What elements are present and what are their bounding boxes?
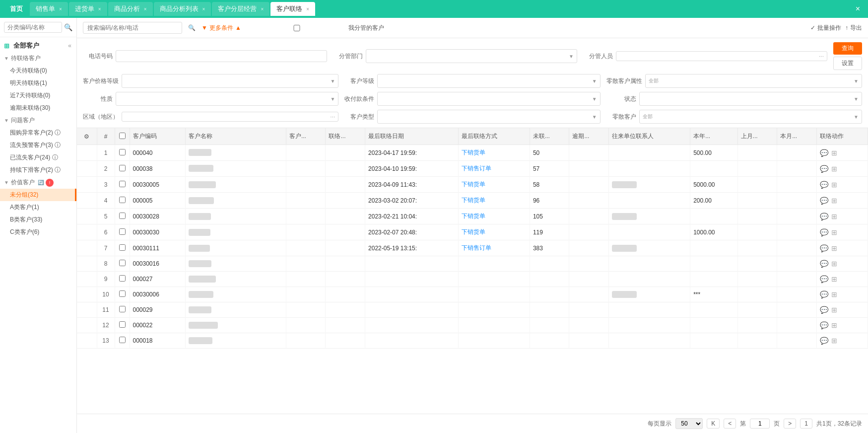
filter-customer-grade-select[interactable]: ▼ [377,74,600,88]
sidebar-item-class-c[interactable]: C类客户(6) [0,226,76,238]
more-action-icon[interactable]: ⊞ [831,197,837,205]
not-contact-column-header[interactable]: 未联... [530,128,569,145]
next-page-button[interactable]: > [784,419,796,429]
search-button[interactable]: 查询 [833,42,862,55]
sidebar-item-class-a[interactable]: A类客户(1) [0,201,76,214]
more-action-icon[interactable]: ⊞ [831,213,837,220]
close-icon[interactable]: × [306,6,309,12]
filter-payment-select[interactable]: ▼ [377,92,600,106]
last-page-button[interactable]: 1 [800,419,812,429]
checkbox-cell[interactable] [115,145,130,161]
checkbox-cell[interactable] [115,224,130,240]
reset-button[interactable]: 设置 [833,57,862,70]
more-action-icon[interactable]: ⊞ [831,290,837,298]
filter-dept-select[interactable]: ▼ [366,49,577,63]
checkbox-cell[interactable] [115,161,130,177]
gear-icon[interactable]: ⚙ [84,133,89,140]
sidebar-item-churn-warning[interactable]: 流失预警客户(3) ⓘ [0,139,76,151]
contact-action-icon[interactable]: 💬 [820,228,828,236]
sidebar-item-hoarding-anomaly[interactable]: 囤购异常客户(2) ⓘ [0,127,76,139]
export-button[interactable]: ↑ 导出 [845,24,862,32]
sidebar-item-7day-pending[interactable]: 近7天待联络(0) [0,89,76,102]
my-customers-checkbox[interactable]: 我分管的客户 [247,24,384,32]
tab-customer-tier[interactable]: 客户分层经营 × [212,2,269,16]
more-action-icon[interactable]: ⊞ [831,228,837,236]
row-checkbox[interactable] [119,165,126,171]
first-page-button[interactable]: K [707,419,720,429]
row-checkbox[interactable] [119,197,126,203]
checkbox-cell[interactable] [115,272,130,287]
more-action-icon[interactable]: ⊞ [831,337,837,345]
search-icon[interactable]: 🔍 [188,24,196,31]
row-checkbox[interactable] [119,306,126,312]
close-icon[interactable]: × [261,6,264,12]
tab-purchase[interactable]: 进货单 × [69,2,107,16]
row-checkbox[interactable] [119,149,126,155]
year-amount-column-header[interactable]: 本年... [690,128,737,145]
last-method-link[interactable]: 下销货单 [462,181,485,188]
all-customers-header[interactable]: ⊞ 全部客户 « [0,37,76,52]
row-checkbox[interactable] [119,321,126,328]
sidebar-item-class-b[interactable]: B类客户(33) [0,214,76,226]
sidebar-group-pending[interactable]: ▼ 待联络客户 [0,52,76,65]
checkbox-cell[interactable] [115,333,130,349]
prev-page-button[interactable]: < [724,419,736,429]
contact-action-icon[interactable]: 💬 [820,306,828,314]
batch-ops-button[interactable]: ✓ 批量操作 [810,24,841,32]
contact-action-icon[interactable]: 💬 [820,337,828,345]
contact-action-icon[interactable]: 💬 [820,197,828,205]
checkbox-column-header[interactable] [115,128,130,145]
filter-region-input[interactable]: ··· [122,112,338,122]
search-icon[interactable]: 🔍 [64,23,72,31]
page-number-input[interactable] [750,419,770,429]
contact-action-icon[interactable]: 💬 [820,275,828,283]
close-icon[interactable]: × [202,6,205,12]
contact-action-icon[interactable]: 💬 [820,244,828,252]
tab-product-list[interactable]: 商品分析列表 × [154,2,211,16]
last-method-link[interactable]: 下销货单 [462,213,485,219]
checkbox-cell[interactable] [115,240,130,256]
sidebar-item-tomorrow-pending[interactable]: 明天待联络(1) [0,77,76,89]
category-search-input[interactable] [4,22,62,33]
row-checkbox[interactable] [119,260,126,266]
filter-phone-input[interactable] [116,50,327,62]
type-column-header[interactable]: 客户... [286,128,326,145]
more-action-icon[interactable]: ⊞ [831,149,837,157]
contact-column-header[interactable]: 联络... [326,128,365,145]
more-action-icon[interactable]: ⊞ [831,244,837,252]
my-customers-check[interactable] [247,25,346,31]
row-checkbox[interactable] [119,213,126,219]
name-column-header[interactable]: 客户名称 [185,128,286,145]
more-action-icon[interactable]: ⊞ [831,275,837,283]
more-action-icon[interactable]: ⊞ [831,165,837,173]
sidebar-item-today-pending[interactable]: 今天待联络(0) [0,65,76,77]
filter-nature-select[interactable]: ▼ [116,92,338,106]
more-action-icon[interactable]: ⊞ [831,306,837,314]
checkbox-cell[interactable] [115,209,130,224]
filter-retail-customer-select[interactable]: 全部▼ [639,110,862,124]
checkbox-cell[interactable] [115,193,130,209]
tab-home[interactable]: 首页 [4,2,29,16]
more-action-icon[interactable]: ⊞ [831,321,837,329]
filter-retail-attr-select[interactable]: 全部▼ [645,74,862,88]
contact-action-icon[interactable]: 💬 [820,213,828,220]
checkbox-cell[interactable] [115,177,130,193]
last-month-column-header[interactable]: 上月... [737,128,777,145]
sidebar-item-unclassified[interactable]: 未分组(32) [0,189,76,201]
search-input[interactable] [83,22,182,34]
last-method-link[interactable]: 下销售订单 [462,244,491,251]
contact-action-icon[interactable]: 💬 [820,290,828,298]
contact-action-icon[interactable]: 💬 [820,149,828,157]
more-action-icon[interactable]: ⊞ [831,260,837,268]
checkbox-cell[interactable] [115,318,130,333]
row-checkbox[interactable] [119,244,126,251]
row-checkbox[interactable] [119,228,126,235]
contact-action-icon[interactable]: 💬 [820,181,828,189]
sidebar-collapse-button[interactable]: « [67,41,72,50]
filter-customer-type-select[interactable]: ▼ [377,110,600,124]
per-page-select[interactable]: 50 100 200 [675,418,703,429]
contact-action-icon[interactable]: 💬 [820,165,828,173]
gear-column-header[interactable]: ⚙ [77,128,97,145]
select-all-checkbox[interactable] [119,133,126,139]
contact-action-icon[interactable]: 💬 [820,321,828,329]
